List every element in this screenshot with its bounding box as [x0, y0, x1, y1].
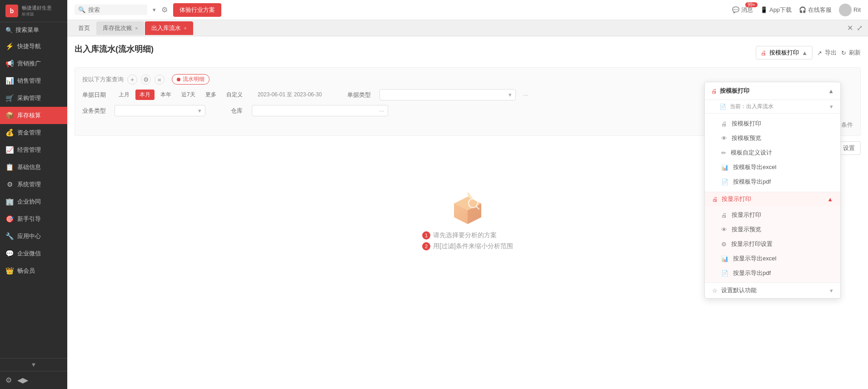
display-preview-item[interactable]: 👁 按显示预览	[705, 222, 840, 237]
doc-type-select[interactable]: ▾	[379, 89, 516, 100]
sidebar-scroll-down[interactable]: ▼	[0, 358, 67, 371]
sidebar-item-operation[interactable]: 📈 经营管理	[0, 141, 67, 159]
tab-batch-label: 库存批次账	[103, 24, 132, 32]
sidebar-item-enterprise[interactable]: 🏢 企业协同	[0, 193, 67, 210]
display-export-excel-item[interactable]: 📊 按显示导出excel	[705, 251, 840, 266]
sidebar-item-basic[interactable]: 📋 基础信息	[0, 159, 67, 176]
print-panel-icon: 🖨	[711, 88, 717, 95]
sidebar-item-label: 资金管理	[17, 129, 41, 137]
search-icon: 🔍	[5, 27, 13, 34]
dropdown-header-left: 🖨 按模板打印	[711, 87, 749, 95]
filter-tag[interactable]: 流水明细	[172, 74, 210, 85]
trial-btn[interactable]: 体验行业方案	[173, 3, 221, 17]
display-print-item[interactable]: 🖨 按显示打印	[705, 208, 840, 222]
dropdown-current-item[interactable]: 📄 当前：出入库流水 ▾	[705, 100, 840, 114]
display-print-settings-label: 按显示打印设置	[731, 240, 773, 248]
settings-bottom-icon[interactable]: ⚙	[5, 376, 12, 384]
operation-icon: 📈	[5, 146, 14, 154]
tab-flow-label: 出入库流水	[151, 24, 181, 32]
tab-flow-close[interactable]: ×	[184, 25, 186, 31]
step1-icon: 1	[422, 231, 430, 239]
template-custom-item[interactable]: ✏ 模板自定义设计	[705, 145, 840, 160]
filter-settings-btn[interactable]: ⚙	[141, 75, 151, 85]
date-recent7[interactable]: 近7天	[177, 90, 200, 100]
date-more[interactable]: 更多	[201, 90, 220, 100]
sidebar-item-member[interactable]: 👑 畅会员	[0, 262, 67, 279]
topbar-dropdown-icon[interactable]: ▾	[153, 6, 156, 13]
message-badge: 99+	[745, 2, 758, 7]
tab-home[interactable]: 首页	[73, 21, 95, 35]
date-this-year[interactable]: 本年	[156, 90, 175, 100]
sidebar-item-guide[interactable]: 🎯 新手引导	[0, 210, 67, 228]
tab-right-actions: ✕ ⤢	[847, 24, 863, 32]
sidebar-item-purchase[interactable]: 🛒 采购管理	[0, 90, 67, 107]
export-label: 导出	[825, 49, 837, 57]
sidebar-item-wechat[interactable]: 💬 企业微信	[0, 245, 67, 262]
tab-close-all-icon[interactable]: ✕	[847, 24, 853, 32]
topbar-gear-icon[interactable]: ⚙	[161, 5, 168, 14]
dropdown-header-chevron-up[interactable]: ▲	[828, 88, 834, 95]
topbar-user[interactable]: Rit	[839, 4, 861, 16]
template-custom-icon: ✏	[721, 150, 726, 156]
display-section-chevron-up: ▲	[827, 196, 833, 203]
date-prev-month[interactable]: 上月	[115, 90, 134, 100]
collapse-sidebar-icon[interactable]: ◀▶	[17, 376, 28, 384]
guide-icon: 🎯	[5, 215, 14, 223]
sidebar-item-finance[interactable]: 💰 资金管理	[0, 124, 67, 141]
tab-batch-close[interactable]: ×	[135, 25, 138, 31]
display-print-settings-item[interactable]: ⚙ 按显示打印设置	[705, 237, 840, 251]
template-preview-item[interactable]: 👁 按模板预览	[705, 131, 840, 145]
topbar-app-download[interactable]: 📱 App下载	[760, 6, 792, 14]
sidebar-item-inventory[interactable]: 📦 库存核算	[0, 107, 67, 124]
sidebar-item-marketing[interactable]: 📢 营销推广	[0, 55, 67, 72]
doc-type-label: 单据类型	[347, 91, 372, 99]
filter-add-btn[interactable]: +	[127, 75, 137, 85]
topbar-search-box[interactable]: 🔍	[75, 5, 147, 15]
template-custom-label: 模板自定义设计	[731, 149, 772, 157]
sidebar-item-system[interactable]: ⚙ 系统管理	[0, 176, 67, 193]
search-input[interactable]	[88, 6, 134, 13]
app-logo-icon: b	[5, 5, 18, 17]
template-export-pdf-icon: 📄	[721, 179, 728, 185]
sidebar-item-sales[interactable]: 📊 销售管理	[0, 72, 67, 90]
display-print-icon: 🖨	[721, 212, 727, 219]
basic-icon: 📋	[5, 163, 14, 171]
user-name: Rit	[853, 6, 861, 13]
current-item-icon: 📄	[719, 104, 726, 110]
display-export-pdf-item[interactable]: 📄 按显示导出pdf	[705, 266, 840, 280]
warehouse-select[interactable]: ···	[252, 105, 388, 116]
template-print-item[interactable]: 🖨 按模板打印	[705, 116, 840, 131]
ellipsis-doc-type: ···	[523, 91, 528, 98]
sidebar-item-shortcut[interactable]: ⚡ 快捷导航	[0, 38, 67, 55]
sidebar-search[interactable]: 🔍 搜索菜单	[0, 22, 67, 38]
topbar-message[interactable]: 💬 消息 99+	[732, 6, 753, 14]
print-template-btn[interactable]: 🖨 按模板打印 ▲	[756, 46, 813, 60]
shortcut-icon: ⚡	[5, 42, 14, 50]
dropdown-header-title: 按模板打印	[720, 87, 749, 95]
main-area: 🔍 ▾ ⚙ 体验行业方案 💬 消息 99+ 📱 App下载 🎧 在线客服 Rit	[67, 0, 868, 389]
refresh-btn[interactable]: ↻ 刷新	[841, 49, 861, 57]
print-btn-label: 按模板打印	[769, 49, 799, 57]
empty-hint-2: 2 用[过滤]条件来缩小分析范围	[422, 242, 513, 250]
marketing-icon: 📢	[5, 60, 14, 68]
empty-illustration	[449, 188, 486, 224]
template-preview-icon: 👁	[721, 135, 727, 142]
dropdown-footer[interactable]: ☆ 设置默认功能 ▾	[705, 282, 840, 298]
date-custom[interactable]: 自定义	[222, 90, 247, 100]
empty-hint-1: 1 请先选择要分析的方案	[422, 231, 497, 239]
tab-batch[interactable]: 库存批次账 ×	[96, 21, 144, 35]
export-btn[interactable]: ↗ 导出	[817, 49, 837, 57]
display-print-section-label: 按显示打印	[722, 195, 751, 203]
date-this-month[interactable]: 本月	[135, 90, 155, 100]
display-print-section-header[interactable]: 🖨 按显示打印 ▲	[705, 192, 840, 206]
print-chevron-up-icon: ▲	[802, 50, 808, 56]
topbar-online-service[interactable]: 🎧 在线客服	[799, 6, 832, 14]
template-export-excel-item[interactable]: 📊 按模板导出excel	[705, 160, 840, 175]
filter-collapse-btn[interactable]: «	[155, 75, 165, 85]
sidebar-logo: b 畅捷通好生意 标准版	[0, 0, 67, 22]
tab-flow[interactable]: 出入库流水 ×	[145, 21, 193, 35]
sidebar-item-appstore[interactable]: 🔧 应用中心	[0, 228, 67, 245]
tab-expand-icon[interactable]: ⤢	[857, 24, 863, 32]
template-export-pdf-item[interactable]: 📄 按模板导出pdf	[705, 175, 840, 189]
business-type-select[interactable]: ▾	[115, 105, 205, 116]
